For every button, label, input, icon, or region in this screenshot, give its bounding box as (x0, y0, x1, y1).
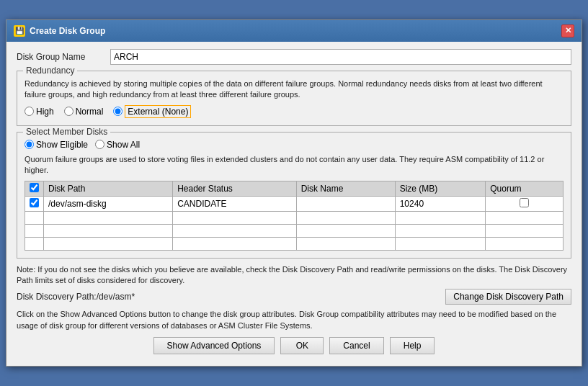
redundancy-description: Redundancy is achieved by storing multip… (24, 78, 564, 101)
redundancy-external-label: External (None) (125, 105, 191, 118)
discovery-path-row: Disk Discovery Path:/dev/asm* Change Dis… (17, 289, 571, 305)
title-bar-left: 💾 Create Disk Group (14, 25, 105, 37)
row-quorum-checkbox[interactable] (520, 198, 529, 207)
show-advanced-options-button[interactable]: Show Advanced Options (153, 337, 275, 354)
empty-row-1 (25, 211, 564, 224)
dialog-body: Disk Group Name Redundancy Redundancy is… (6, 42, 582, 366)
advanced-note: Click on the Show Advanced Options butto… (17, 309, 571, 331)
col-header-status: Header Status (173, 181, 297, 196)
close-button[interactable]: ✕ (561, 24, 574, 37)
dialog-title: Create Disk Group (30, 26, 105, 36)
empty-row-2 (25, 224, 564, 237)
redundancy-group: Redundancy Redundancy is achieved by sto… (17, 71, 571, 126)
redundancy-options: High Normal External (None) (24, 105, 564, 118)
row-disk-name (296, 196, 395, 211)
empty-row-3 (25, 237, 564, 250)
table-row: /dev/asm-diskg CANDIDATE 10240 (25, 196, 564, 211)
row-checkbox-cell (25, 196, 44, 211)
change-disk-discovery-button[interactable]: Change Disk Discovery Path (445, 289, 571, 305)
col-size-mb: Size (MB) (395, 181, 486, 196)
dialog-icon: 💾 (14, 25, 25, 37)
ok-button[interactable]: OK (280, 337, 324, 354)
row-disk-path: /dev/asm-diskg (44, 196, 173, 211)
cancel-button[interactable]: Cancel (329, 337, 383, 354)
disk-group-name-input[interactable] (110, 49, 571, 65)
disk-group-name-row: Disk Group Name (17, 49, 571, 65)
row-size-mb: 10240 (395, 196, 486, 211)
row-quorum-cell (486, 196, 564, 211)
row-checkbox[interactable] (30, 198, 39, 207)
bottom-buttons: Show Advanced Options OK Cancel Help (17, 337, 571, 359)
col-disk-path: Disk Path (44, 181, 173, 196)
note-text: Note: If you do not see the disks which … (17, 264, 571, 287)
show-eligible-option[interactable]: Show Eligible (24, 140, 88, 150)
redundancy-high[interactable]: High (24, 107, 54, 117)
redundancy-title: Redundancy (23, 66, 77, 76)
disk-group-name-label: Disk Group Name (17, 52, 110, 62)
member-disks-group: Select Member Disks Show Eligible Show A… (17, 132, 571, 259)
show-all-option[interactable]: Show All (95, 140, 140, 150)
discovery-path-label: Disk Discovery Path:/dev/asm* (17, 292, 135, 302)
table-header-row: Disk Path Header Status Disk Name Size (… (25, 181, 564, 196)
title-bar: 💾 Create Disk Group ✕ (6, 20, 582, 42)
redundancy-external[interactable]: External (None) (113, 105, 191, 118)
quorum-note: Quorum failure groups are used to store … (24, 154, 564, 176)
row-header-status: CANDIDATE (173, 196, 297, 211)
col-disk-name: Disk Name (296, 181, 395, 196)
create-disk-group-dialog: 💾 Create Disk Group ✕ Disk Group Name Re… (6, 19, 582, 367)
disk-table: Disk Path Header Status Disk Name Size (… (24, 181, 564, 251)
help-button[interactable]: Help (390, 337, 435, 354)
col-quorum: Quorum (486, 181, 564, 196)
col-checkbox (25, 181, 44, 196)
select-all-checkbox[interactable] (30, 183, 39, 192)
show-options-row: Show Eligible Show All (24, 140, 564, 150)
redundancy-normal[interactable]: Normal (64, 107, 104, 117)
member-disks-title: Select Member Disks (23, 127, 110, 137)
